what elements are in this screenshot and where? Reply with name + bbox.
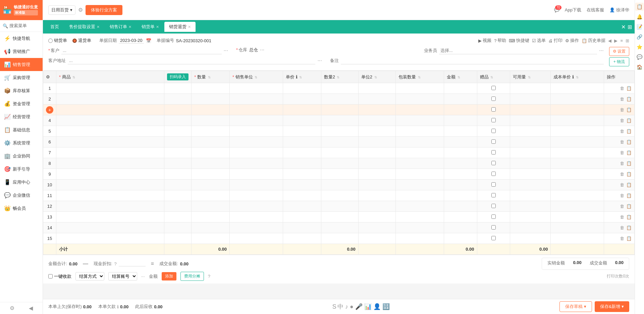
barcode-scan-button[interactable]: 扫码录入	[167, 73, 189, 80]
th-qty-sort-icon[interactable]: ⇅	[208, 75, 211, 79]
nav-next-icon[interactable]: ▶	[614, 38, 618, 43]
sidebar-item-apps[interactable]: 📱 应用中心	[0, 176, 43, 189]
sidebar-item-enterprise[interactable]: 🏢 企业协同	[0, 149, 43, 163]
sidebar-item-shortcut[interactable]: ⚡ 快捷导航	[0, 32, 43, 45]
right-icon-link[interactable]: 🔗	[635, 33, 644, 41]
gift-checkbox[interactable]	[491, 129, 496, 133]
logistics-button[interactable]: + 物流	[609, 57, 629, 66]
sidebar-item-marketing[interactable]: 📢 营销推广	[0, 45, 43, 58]
print-link[interactable]: 🖨 打印	[548, 38, 562, 44]
radio-return[interactable]: 退货单	[72, 38, 91, 44]
tab-sale[interactable]: 销货单 ✕	[137, 22, 164, 32]
tab-close-icon[interactable]: ✕	[128, 25, 131, 29]
online-service-link[interactable]: 在线客服	[587, 7, 604, 13]
th-pack-sort-icon[interactable]: ⇅	[418, 75, 421, 79]
gift-checkbox[interactable]	[491, 139, 496, 144]
tab-price-settings[interactable]: 售价提取设置 ✕	[64, 22, 104, 32]
tab-close-icon[interactable]: ✕	[97, 25, 100, 29]
add-row-btn-cell[interactable]: +	[43, 105, 56, 115]
breadcrumb-select[interactable]: 日用百货 ▾	[48, 5, 75, 15]
gift-checkbox[interactable]	[491, 182, 496, 187]
warehouse-dots-btn[interactable]: ···	[260, 47, 264, 53]
radio-sale[interactable]: 销货单	[48, 38, 67, 44]
right-icon-note[interactable]: 📝	[635, 23, 644, 31]
tab-sales-order[interactable]: 销售订单 ✕	[105, 22, 136, 32]
settings-footer-btn[interactable]: ⚙	[10, 305, 14, 311]
th-available-sort-icon[interactable]: ⇅	[528, 75, 531, 79]
add-button[interactable]: 添加	[162, 272, 176, 280]
delete-icon[interactable]: 🗑	[620, 225, 624, 230]
delete-icon[interactable]: 🗑	[620, 172, 624, 177]
sidebar-item-system[interactable]: ⚙️ 系统管理	[0, 136, 43, 149]
gift-checkbox[interactable]	[491, 236, 496, 240]
save-new-button[interactable]: 保存&新增 ▾	[595, 301, 629, 312]
gift-checkbox[interactable]	[491, 161, 496, 165]
sidebar-item-wechat[interactable]: 💬 企业微信	[0, 189, 43, 202]
tab-close-all-btn[interactable]: ✕	[621, 24, 626, 30]
gift-checkbox[interactable]	[491, 204, 496, 208]
view-grid-icon[interactable]: ⊞	[626, 38, 629, 43]
delete-icon[interactable]: 🗑	[620, 236, 624, 241]
settings-gear-icon[interactable]: ⚙	[78, 7, 83, 13]
copy-icon[interactable]: 📋	[626, 107, 632, 112]
tab-close-icon[interactable]: ✕	[156, 25, 159, 29]
copy-icon[interactable]: 📋	[626, 86, 632, 91]
sidebar-item-finance[interactable]: 💰 资金管理	[0, 97, 43, 110]
copy-icon[interactable]: 📋	[626, 97, 632, 102]
date-value[interactable]: 2023-03-20	[119, 38, 144, 44]
add-row-button[interactable]: +	[46, 106, 53, 114]
sidebar-item-purchase[interactable]: 🛒 采购管理	[0, 71, 43, 84]
right-icon-star[interactable]: ⭐	[635, 43, 644, 51]
staff-input[interactable]	[439, 47, 597, 54]
copy-icon[interactable]: 📋	[626, 204, 632, 209]
gift-checkbox[interactable]	[491, 172, 496, 176]
account-dots-btn[interactable]: ···	[141, 274, 145, 279]
right-icon-chat[interactable]: 💬	[635, 53, 644, 61]
delete-icon[interactable]: 🗑	[620, 118, 624, 123]
one-click-pay-checkbox[interactable]	[48, 274, 53, 278]
right-icon-form[interactable]: 📋	[635, 3, 644, 11]
gift-checkbox[interactable]	[491, 97, 496, 101]
delete-icon[interactable]: 🗑	[620, 182, 624, 187]
copy-icon[interactable]: 📋	[626, 161, 632, 166]
payment-method-select[interactable]: 结算方式	[75, 272, 104, 280]
select-link[interactable]: ☑ 选单	[532, 38, 546, 44]
copy-icon[interactable]: 📋	[626, 236, 632, 241]
product-cell[interactable]	[56, 83, 164, 94]
settings-button[interactable]: ⚙ 设置	[609, 47, 629, 56]
copy-icon[interactable]: 📋	[626, 139, 632, 144]
notification-icon[interactable]: 💬 70	[554, 7, 559, 12]
sidebar-item-inventory[interactable]: 📦 库存核算	[0, 84, 43, 97]
delete-icon[interactable]: 🗑	[620, 161, 624, 166]
staff-dots-btn[interactable]: ···	[599, 48, 603, 54]
copy-icon[interactable]: 📋	[626, 225, 632, 230]
gift-checkbox[interactable]	[491, 86, 496, 90]
user-menu[interactable]: 👤 徐泽华	[609, 7, 629, 13]
product-input-active[interactable]	[59, 107, 161, 112]
radio-sale-input[interactable]	[48, 39, 53, 43]
nav-prev-icon[interactable]: ◀	[608, 38, 611, 43]
sidebar-item-sales[interactable]: 📊 销售管理	[0, 58, 43, 71]
gift-checkbox[interactable]	[491, 150, 496, 154]
tab-return[interactable]: 销货退货 ✕	[164, 22, 196, 32]
sidebar-item-operations[interactable]: 📈 经营管理	[0, 110, 43, 123]
fee-help-icon[interactable]: ?	[208, 274, 210, 279]
copy-icon[interactable]: 📋	[626, 193, 632, 198]
history-link[interactable]: 📋 历史单据	[582, 38, 605, 44]
video-link[interactable]: ▶ 视频	[478, 38, 491, 44]
notes-input[interactable]	[341, 57, 604, 64]
view-list-icon[interactable]: ≡	[620, 38, 623, 43]
gift-checkbox[interactable]	[491, 214, 496, 219]
delete-icon[interactable]: 🗑	[620, 204, 624, 209]
th-price-sort-icon[interactable]: ⇅	[299, 75, 302, 79]
gift-checkbox[interactable]	[491, 225, 496, 230]
delete-icon[interactable]: 🗑	[620, 214, 624, 219]
one-click-pay-label[interactable]: 一键收款	[48, 273, 71, 279]
delete-icon[interactable]: 🗑	[620, 107, 624, 112]
delete-icon[interactable]: 🗑	[620, 150, 624, 155]
sidebar-item-guide[interactable]: 🎯 新手引导	[0, 163, 43, 176]
copy-icon[interactable]: 📋	[626, 182, 632, 187]
th-unit2-sort-icon[interactable]: ⇅	[374, 75, 377, 79]
th-sort-icon[interactable]: ⇅	[72, 75, 75, 79]
discount-input[interactable]	[119, 261, 146, 266]
